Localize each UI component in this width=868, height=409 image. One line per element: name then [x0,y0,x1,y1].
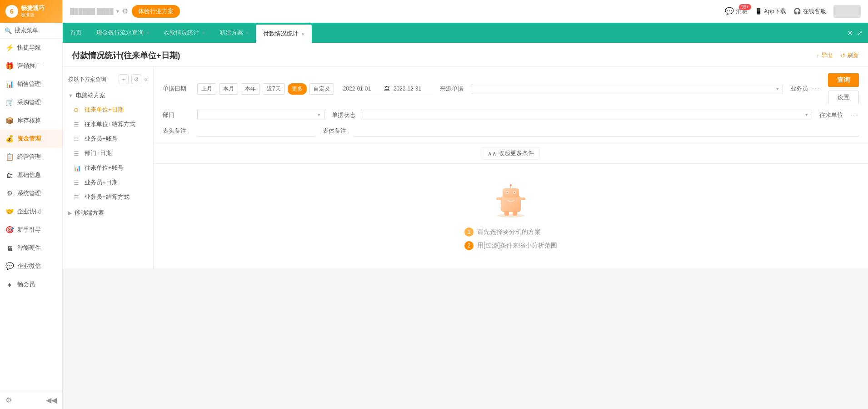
panel-title: 按以下方案查询 [68,76,106,83]
date-start-input[interactable] [341,85,382,93]
desktop-group-header[interactable]: ▼ 电脑端方案 [63,89,153,102]
content-area: 按以下方案查询 + ⚙ « ▼ 电脑端方案 ⊙ 往来单位+日期 [63,67,868,268]
main-area: ██████ ████ ▾ ⚙ 体验行业方案 💬 消息 99+ 📱 App下载 … [63,0,868,409]
mobile-group-header[interactable]: ▶ 移动端方案 [63,206,153,220]
sidebar-item-sys-manage[interactable]: ⚙ 系统管理 [0,184,62,202]
sidebar-item-operation[interactable]: 📋 经营管理 [0,148,62,166]
sidebar-item-guide[interactable]: 🎯 新手引导 [0,221,62,239]
gear-icon[interactable]: ⚙ [122,7,128,15]
more-btn[interactable]: 更多 [288,83,307,95]
tab-receipt-stat-close[interactable]: × [202,30,205,35]
sidebar-item-inventory[interactable]: 📦 库存核算 [0,111,62,130]
filter-area: 单据日期 上月 本月 本年 近7天 更多 自定义 至 [154,67,868,143]
scheme-item-dept-date[interactable]: ☰ 部门+日期 [63,146,153,161]
counterpart-select-btn[interactable]: ··· [850,111,859,119]
tab-cash-flow[interactable]: 现金银行流水查询 × [89,23,156,43]
custom-btn[interactable]: 自定义 [309,83,334,95]
logo-icon: 6 [5,5,18,18]
scheme-item-staff-account[interactable]: ☰ 业务员+账号 [63,131,153,146]
service-label: 在线客服 [803,7,826,15]
close-tab-icon[interactable]: ✕ [847,29,853,37]
table-body-note-label: 表体备注 [323,127,350,135]
svg-rect-1 [501,196,521,212]
sidebar-item-basic-info[interactable]: 🗂 基础信息 [0,166,62,184]
doc-status-select[interactable]: ▾ [363,110,812,120]
scheme-item-staff-date[interactable]: ☰ 业务员+日期 [63,175,153,190]
tab-receipt-stat[interactable]: 收款情况统计 × [156,23,212,43]
scheme-item-counterpart-settle[interactable]: ☰ 往来单位+结算方式 [63,117,153,131]
query-button[interactable]: 查询 [828,73,859,87]
staff-select-btn[interactable]: ··· [812,85,821,93]
tab-payment-stat-close[interactable]: × [301,31,304,36]
tab-home[interactable]: 首页 [63,23,89,43]
table-body-note-section: 表体备注 [323,126,859,136]
online-service-btn[interactable]: 🎧 在线客服 [793,7,826,15]
marketing-icon: 🎁 [5,62,14,70]
scheme-item-staff-settle[interactable]: ☰ 业务员+结算方式 [63,190,153,204]
collapse-panel-icon[interactable]: « [144,76,148,83]
settings-button[interactable]: 设置 [828,91,859,104]
this-year-btn[interactable]: 本年 [241,83,260,95]
topbar: ██████ ████ ▾ ⚙ 体验行业方案 💬 消息 99+ 📱 App下载 … [63,0,868,23]
app-name: ██████ ████ [70,8,114,15]
sidebar-item-enterprise[interactable]: 🤝 企业协同 [0,202,62,221]
table-header-note-input[interactable] [197,126,315,136]
collapse-sidebar-icon[interactable]: ◀◀ [46,396,57,404]
filter-row-1: 单据日期 上月 本月 本年 近7天 更多 自定义 至 [163,73,859,104]
panel-toolbar: 按以下方案查询 + ⚙ « [63,71,153,87]
svg-point-0 [497,214,524,217]
sidebar-item-marketing[interactable]: 🎁 营销推广 [0,57,62,75]
app-download-label: App下载 [764,7,786,15]
tab-bar: 首页 现金银行流水查询 × 收款情况统计 × 新建方案 × 付款情况统计 × ✕… [63,23,868,43]
inventory-icon: 📦 [5,116,14,125]
sidebar-item-member[interactable]: ♦ 畅会员 [0,275,62,293]
hint-num-1: 1 [464,227,474,237]
table-body-note-input[interactable] [354,126,859,136]
scheme-item-counterpart-date[interactable]: ⊙ 往来单位+日期 [63,102,153,117]
dropdown-icon[interactable]: ▾ [116,8,119,15]
refresh-button[interactable]: ↺ 刷新 [840,51,859,60]
finance-icon: 💰 [5,135,14,143]
collapse-more-btn[interactable]: ∧∧ 收起更多条件 [482,147,540,160]
sidebar-nav: ⚡ 快捷导航 🎁 营销推广 📊 销售管理 🛒 采购管理 📦 库存核算 💰 资金管… [0,39,62,391]
sidebar-search[interactable]: 🔍 搜索菜单 [0,23,62,39]
add-scheme-btn[interactable]: + [119,74,129,84]
last-7d-btn[interactable]: 近7天 [263,83,285,95]
sidebar-item-label: 采购管理 [17,98,41,106]
sidebar-item-finance[interactable]: 💰 资金管理 [0,130,62,148]
scheme-settings-btn[interactable]: ⚙ [131,74,141,84]
this-month-btn[interactable]: 本月 [219,83,238,95]
message-btn[interactable]: 💬 消息 99+ [725,7,748,15]
source-doc-select[interactable]: ▾ [471,84,783,94]
tab-new-scheme-close[interactable]: × [246,30,249,35]
date-end-input[interactable] [392,85,433,93]
tab-payment-stat[interactable]: 付款情况统计 × [256,25,311,43]
user-avatar[interactable] [833,5,861,18]
empty-hints: 1 请先选择要分析的方案 2 用[过滤]条件来缩小分析范围 [464,227,557,250]
expand-tab-icon[interactable]: ⤢ [857,29,863,37]
sidebar-item-quick-nav[interactable]: ⚡ 快捷导航 [0,39,62,57]
headset-icon: 🎧 [793,8,801,15]
sidebar-item-sales[interactable]: 📊 销售管理 [0,75,62,93]
doc-status-label: 单据状态 [332,111,359,119]
export-button[interactable]: ↑ 导出 [817,51,833,60]
logo-text: 畅捷通巧 [21,5,45,12]
sidebar-item-wechat[interactable]: 💬 企业微信 [0,257,62,275]
hint-text-2: 用[过滤]条件来缩小分析范围 [477,242,557,250]
trial-button[interactable]: 体验行业方案 [132,5,180,18]
scheme-chart-icon: 📊 [74,165,81,172]
settings-icon[interactable]: ⚙ [5,396,12,404]
prev-month-btn[interactable]: 上月 [197,83,216,95]
guide-icon: 🎯 [5,226,14,234]
source-doc-arrow: ▾ [776,86,779,92]
dept-select[interactable]: ▾ [197,110,324,120]
scheme-item-label: 业务员+结算方式 [85,193,130,201]
tab-new-scheme[interactable]: 新建方案 × [212,23,256,43]
search-icon: 🔍 [5,27,12,34]
tab-cash-flow-close[interactable]: × [146,30,149,35]
sidebar-item-hardware[interactable]: 🖥 智能硬件 [0,239,62,257]
sidebar-item-purchase[interactable]: 🛒 采购管理 [0,93,62,111]
scheme-item-counterpart-account[interactable]: 📊 往来单位+账号 [63,161,153,175]
group-name: 电脑端方案 [76,91,105,100]
app-download-btn[interactable]: 📱 App下载 [755,7,786,15]
